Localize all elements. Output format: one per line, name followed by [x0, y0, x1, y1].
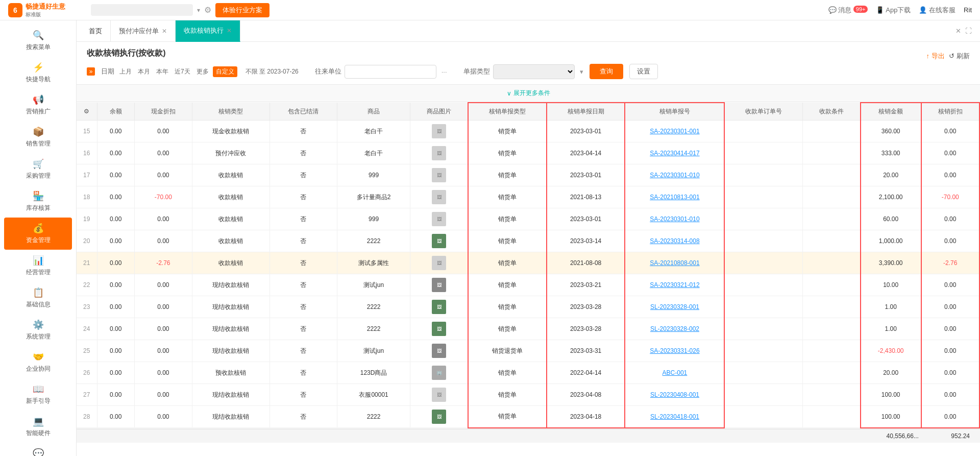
tab-prepay-close[interactable]: ✕ — [162, 28, 167, 35]
system-icon: ⚙️ — [33, 319, 44, 330]
td-bill-no[interactable]: SA-20230301-001 — [625, 121, 724, 142]
td-balance: 0.00 — [97, 230, 135, 252]
td-bill-no[interactable]: SA-20230321-012 — [625, 274, 724, 296]
td-bill-no[interactable]: SL-20230328-001 — [625, 296, 724, 318]
sidebar-item-collab[interactable]: 🤝 企业协同 — [0, 346, 76, 378]
industry-solution-button[interactable]: 体验行业方案 — [215, 3, 270, 17]
date-custom-btn[interactable]: 自定义 — [213, 66, 237, 77]
app-logo: 6 畅捷通好生意 标准版 — [8, 2, 85, 18]
partner-more-icon[interactable]: ··· — [442, 68, 447, 76]
dropdown-arrow[interactable]: ▾ — [197, 7, 200, 14]
sidebar-item-wechat[interactable]: 💬 企业微信 — [0, 443, 76, 456]
td-goods-img: 🖼 — [410, 274, 469, 296]
td-include-settled: 否 — [270, 230, 337, 252]
td-bill-no[interactable]: SA-20210813-001 — [625, 186, 724, 208]
sidebar-item-marketing[interactable]: 📢 营销推广 — [0, 89, 76, 121]
td-bill-no[interactable]: SA-20210808-001 — [625, 252, 724, 274]
tab-home[interactable]: 首页 — [81, 20, 111, 42]
td-goods: 衣服00001 — [337, 384, 410, 406]
expand-conditions-btn[interactable]: ∨ 展开更多条件 — [503, 87, 554, 100]
query-button[interactable]: 查询 — [590, 64, 623, 79]
main-content: 首页 预付冲应付单 ✕ 收款核销执行 ✕ ✕ ⛶ 收款核销执行(按收款) — [77, 20, 980, 456]
sales-icon: 📦 — [33, 126, 44, 137]
setting-button[interactable]: 设置 — [629, 64, 658, 79]
sidebar-item-sales[interactable]: 📦 销售管理 — [0, 121, 76, 153]
td-goods: 2222 — [337, 296, 410, 318]
tab-writeoff[interactable]: 收款核销执行 ✕ — [176, 20, 240, 42]
td-bill-no[interactable]: SL-20230408-001 — [625, 384, 724, 406]
message-btn[interactable]: 💬 消息 99+ — [828, 6, 868, 15]
date-option-this-month[interactable]: 本月 — [136, 66, 152, 77]
td-writeoff-discount: 0.00 — [921, 384, 979, 406]
td-receipt-order-no — [724, 318, 802, 340]
sidebar-item-purchase[interactable]: 🛒 采购管理 — [0, 153, 76, 185]
td-bill-no[interactable]: SA-20230301-010 — [625, 208, 724, 230]
td-seq: 20 — [77, 230, 97, 252]
tab-writeoff-close[interactable]: ✕ — [227, 27, 232, 34]
td-bill-no[interactable]: SL-20230418-001 — [625, 406, 724, 428]
td-writeoff-amount: 333.00 — [861, 142, 921, 164]
settings-icon[interactable]: ⚙ — [204, 5, 211, 15]
online-service-btn[interactable]: 👤 在线客服 — [919, 6, 955, 15]
date-option-this-year[interactable]: 本年 — [154, 66, 170, 77]
sidebar-item-search[interactable]: 🔍 搜索菜单 — [0, 25, 76, 57]
td-bill-no[interactable]: SL-20230328-002 — [625, 318, 724, 340]
search-input[interactable] — [91, 4, 193, 16]
td-bill-no[interactable]: ABC-001 — [625, 362, 724, 384]
hardware-icon: 💻 — [33, 416, 44, 427]
table-row: 25 0.00 0.00 现结收款核销 否 测试jun 🖼 销货退货单 2023… — [77, 340, 979, 362]
sidebar-item-inventory[interactable]: 🏪 库存核算 — [0, 185, 76, 218]
td-goods-img: 🏢 — [410, 362, 469, 384]
sidebar-item-guide[interactable]: 📖 新手引导 — [0, 378, 76, 411]
td-writeoff-discount: 0.00 — [921, 121, 979, 142]
app-download-btn[interactable]: 📱 App下载 — [876, 6, 911, 15]
td-writeoff-discount: 0.00 — [921, 230, 979, 252]
table-area[interactable]: ⚙ 余额 现金折扣 核销类型 包含已结清 商品 商品图片 核销单报类型 核销单报… — [77, 102, 980, 456]
td-seq: 28 — [77, 406, 97, 428]
sidebar-item-base[interactable]: 📋 基础信息 — [0, 282, 76, 314]
tab-maximize-icon[interactable]: ⛶ — [965, 27, 972, 35]
td-bill-no[interactable]: SA-20230301-010 — [625, 164, 724, 186]
td-include-settled: 否 — [270, 296, 337, 318]
td-goods-img: 🖼 — [410, 252, 469, 274]
partner-label: 往来单位 — [315, 67, 341, 76]
sidebar-item-label: 资金管理 — [26, 236, 51, 245]
td-cash-discount: 0.00 — [135, 121, 192, 142]
td-bill-no[interactable]: SA-20230414-017 — [625, 142, 724, 164]
table-footer: 40,556,66... 952.24 — [77, 428, 980, 443]
td-writeoff-discount: -2.76 — [921, 252, 979, 274]
bill-type-select[interactable] — [493, 64, 575, 79]
sidebar-item-operations[interactable]: 📊 经营管理 — [0, 250, 76, 282]
date-option-last-month[interactable]: 上月 — [117, 66, 134, 77]
td-bill-no[interactable]: SA-20230331-026 — [625, 340, 724, 362]
td-cash-discount: 0.00 — [135, 318, 192, 340]
td-include-settled: 否 — [270, 142, 337, 164]
tab-close-all-icon[interactable]: ✕ — [955, 27, 961, 35]
td-include-settled: 否 — [270, 164, 337, 186]
td-bill-no[interactable]: SA-20230314-008 — [625, 230, 724, 252]
bill-type-dropdown-icon[interactable]: ▾ — [580, 68, 583, 76]
refresh-button[interactable]: ↺ 刷新 — [949, 52, 970, 61]
td-bill-report-date: 2023-04-18 — [547, 406, 625, 428]
date-option-more[interactable]: 更多 — [194, 66, 211, 77]
td-cash-discount: 0.00 — [135, 164, 192, 186]
date-options: 上月 本月 本年 近7天 更多 自定义 — [117, 66, 237, 77]
td-balance: 0.00 — [97, 252, 135, 274]
td-balance: 0.00 — [97, 406, 135, 428]
export-button[interactable]: ↑ 导出 — [926, 52, 945, 61]
td-balance: 0.00 — [97, 164, 135, 186]
td-goods-img: 🖼 — [410, 230, 469, 252]
sidebar-item-quicknav[interactable]: ⚡ 快捷导航 — [0, 57, 76, 89]
finance-icon: 💰 — [33, 223, 44, 234]
date-option-7days[interactable]: 近7天 — [173, 66, 192, 77]
tab-prepay[interactable]: 预付冲应付单 ✕ — [111, 20, 176, 42]
sidebar-item-finance[interactable]: 💰 资金管理 — [4, 218, 72, 250]
sidebar-item-system[interactable]: ⚙️ 系统管理 — [0, 314, 76, 346]
td-bill-report-date: 2023-04-14 — [547, 142, 625, 164]
filter-collapse-btn[interactable]: » — [87, 67, 95, 76]
page-header-top: 收款核销执行(按收款) ↑ 导出 ↺ 刷新 — [87, 48, 970, 64]
td-cash-discount: 0.00 — [135, 362, 192, 384]
sidebar-item-hardware[interactable]: 💻 智能硬件 — [0, 411, 76, 443]
partner-input[interactable] — [345, 65, 436, 79]
td-goods-img: 🖼 — [410, 318, 469, 340]
